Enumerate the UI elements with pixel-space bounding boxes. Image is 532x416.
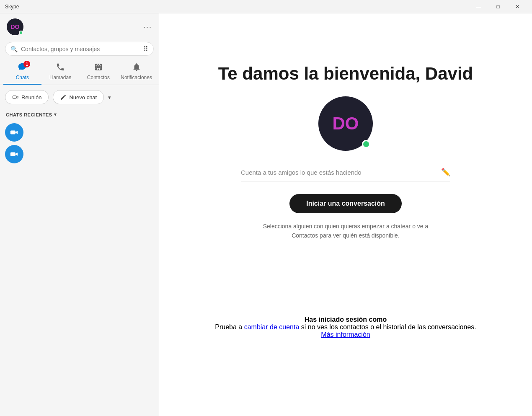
- llamadas-tab-icon: [56, 62, 65, 74]
- dialpad-button[interactable]: ⠿: [143, 45, 148, 53]
- svg-rect-2: [13, 96, 16, 99]
- list-item[interactable]: [5, 123, 23, 142]
- edit-status-icon[interactable]: ✏️: [441, 168, 450, 177]
- chat-list: [0, 120, 159, 167]
- signed-in-label: Has iniciado sesión como: [305, 316, 387, 323]
- hint-text: Selecciona alguien con quien quieras emp…: [262, 222, 429, 240]
- action-buttons: Reunión Nuevo chat ▾: [0, 85, 159, 109]
- app-title: Skype: [5, 4, 19, 10]
- new-chat-chevron[interactable]: ▾: [108, 90, 111, 104]
- new-chat-button[interactable]: Nuevo chat: [53, 90, 104, 104]
- svg-rect-3: [10, 130, 15, 134]
- main-user-avatar[interactable]: DO: [318, 96, 373, 151]
- search-input[interactable]: [21, 46, 142, 52]
- main-inner: Te damos la bienvenida, David DO Cuenta …: [159, 39, 532, 416]
- recent-chats-label[interactable]: CHATS RECIENTES ▾: [0, 109, 159, 120]
- list-item[interactable]: [5, 145, 23, 163]
- svg-rect-4: [10, 152, 15, 156]
- status-placeholder: Cuenta a tus amigos lo que estás haciend…: [241, 169, 362, 176]
- tab-contactos-label: Contactos: [87, 75, 110, 80]
- recent-chats-text: CHATS RECIENTES: [6, 112, 52, 117]
- change-account-suffix: si no ves los contactos o el historial d…: [299, 323, 476, 331]
- sidebar-header: DO ···: [0, 13, 159, 40]
- close-button[interactable]: ✕: [508, 0, 527, 13]
- chats-badge: 1: [23, 61, 30, 67]
- tab-chats-label: Chats: [16, 75, 29, 80]
- tab-contactos[interactable]: Contactos: [80, 59, 118, 85]
- reunion-label: Reunión: [21, 94, 41, 101]
- start-conversation-button[interactable]: Iniciar una conversación: [289, 194, 402, 213]
- search-icon: 🔍: [10, 46, 18, 52]
- welcome-title: Te damos la bienvenida, David: [218, 64, 473, 84]
- change-account-prefix: Prueba a: [215, 323, 244, 331]
- tab-llamadas[interactable]: Llamadas: [41, 59, 80, 85]
- titlebar: Skype — □ ✕: [0, 0, 532, 13]
- notificaciones-tab-icon: [132, 62, 141, 74]
- main-online-dot: [362, 140, 370, 148]
- more-info-link[interactable]: Más información: [321, 331, 370, 338]
- tab-notificaciones-label: Notificaciones: [121, 75, 152, 80]
- chats-tab-icon: 1: [18, 62, 27, 74]
- bottom-info: Has iniciado sesión como Prueba a cambia…: [198, 307, 493, 347]
- tab-chats[interactable]: 1 Chats: [3, 59, 41, 85]
- reunion-button[interactable]: Reunión: [5, 90, 49, 104]
- main-avatar-initials: DO: [333, 114, 359, 134]
- search-bar: 🔍 ⠿: [5, 42, 154, 56]
- maximize-button[interactable]: □: [488, 0, 508, 13]
- online-status-dot: [19, 31, 23, 35]
- tab-llamadas-label: Llamadas: [49, 75, 71, 80]
- avatar-initials: DO: [11, 23, 20, 30]
- status-bar: Cuenta a tus amigos lo que estás haciend…: [241, 163, 450, 181]
- window-controls: — □ ✕: [469, 0, 527, 13]
- main-content: Te damos la bienvenida, David DO Cuenta …: [159, 13, 532, 416]
- new-chat-label: Nuevo chat: [69, 94, 97, 101]
- app-body: DO ··· 🔍 ⠿ 1 Chats: [0, 13, 532, 416]
- minimize-button[interactable]: —: [469, 0, 488, 13]
- nav-tabs: 1 Chats Llamadas: [0, 59, 159, 85]
- user-avatar[interactable]: DO: [7, 18, 23, 35]
- more-options-button[interactable]: ···: [143, 23, 152, 31]
- tab-notificaciones[interactable]: Notificaciones: [117, 59, 155, 85]
- change-account-link[interactable]: cambiar de cuenta: [244, 323, 300, 331]
- recent-chats-chevron: ▾: [54, 112, 57, 117]
- contactos-tab-icon: [94, 62, 103, 74]
- sidebar: DO ··· 🔍 ⠿ 1 Chats: [0, 13, 159, 416]
